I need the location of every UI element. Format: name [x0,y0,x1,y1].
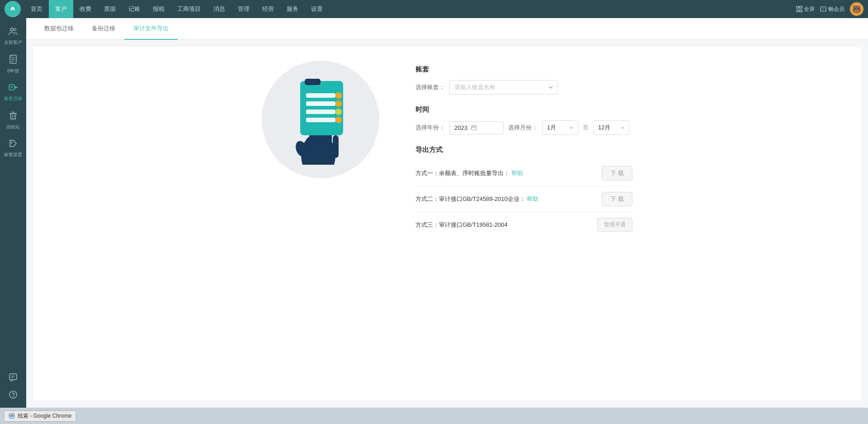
main-layout: 全部客户 0 0申报 [0,18,868,408]
month-label: 选择月份： [508,124,538,132]
svg-rect-35 [306,93,335,98]
method-1-help[interactable]: 帮助 [511,170,523,176]
method-1-download[interactable]: 下 载 [602,166,632,181]
sidebar-item-zero-declaration[interactable]: 0 0申报 [0,50,26,79]
export-method-1: 方式一：余额表、序时账批量导出： 帮助 下 载 [415,161,632,186]
svg-point-48 [11,415,13,417]
export-method-3: 方式三：审计接口GB/T19581-2004 暂缓开通 [415,212,632,237]
fullscreen-btn[interactable]: 全屏 [796,5,815,13]
migration-icon [9,83,18,94]
recycle-icon [9,111,17,122]
user-avatar[interactable]: 🐻 [850,2,863,16]
nav-tax[interactable]: 报税 [146,0,171,18]
year-value: 2023 [454,124,467,131]
time-section: 时间 选择年份： 2023 选择月份： [415,105,632,135]
sidebar-item-account-migration[interactable]: 账套迁移 [0,79,26,106]
svg-rect-29 [309,133,316,158]
svg-point-8 [10,28,13,31]
tabs-bar: 数据包迁移 备份迁移 审计文件导出 [26,18,868,40]
member-btn[interactable]: 畅会员 [820,5,844,13]
tab-data-migration[interactable]: 数据包迁移 [35,18,83,40]
svg-rect-15 [9,85,14,90]
nav-message[interactable]: 消息 [207,0,231,18]
nav-home[interactable]: 首页 [24,0,49,18]
month-end-select[interactable]: 12月 [593,120,629,135]
svg-point-26 [13,396,14,397]
sidebar-chat[interactable] [0,369,26,386]
tab-backup-migration[interactable]: 备份迁移 [83,18,124,40]
nav-menu: 首页 客户 收费 票据 记账 报税 工商项目 消息 管理 经营 服务 设置 [24,0,796,18]
svg-rect-43 [472,126,476,130]
accounts-label: 选择账套： [415,83,445,91]
method-1-text: 方式一：余额表、序时账批量导出： 帮助 [415,169,523,177]
time-row: 选择年份： 2023 选择月份： 1月 [415,120,632,135]
accounts-select[interactable]: 请输入账套名称 [449,80,558,95]
svg-point-39 [335,92,342,99]
sidebar-help[interactable] [0,386,26,403]
nav-manage[interactable]: 管理 [231,0,256,18]
chevron-month-start-icon [570,127,573,129]
svg-point-21 [11,142,12,143]
method-2-text: 方式二：审计接口GB/T24589-2010企业： 帮助 [415,195,538,203]
svg-rect-36 [306,101,335,106]
content-area: 数据包迁移 备份迁移 审计文件导出 [26,18,868,408]
taskbar-chrome[interactable]: 线索 - Google Chrome [4,410,76,422]
sidebar-item-all-customers[interactable]: 全部客户 [0,23,26,50]
svg-point-42 [335,117,342,123]
svg-rect-34 [305,79,321,85]
nav-account[interactable]: 记账 [122,0,146,18]
month-start-value: 1月 [547,124,556,132]
tab-audit-export[interactable]: 审计文件导出 [124,18,178,40]
nav-customer[interactable]: 客户 [49,0,73,18]
svg-rect-1 [797,6,799,8]
nav-fee[interactable]: 收费 [73,0,98,18]
chevron-month-end-icon [621,127,624,129]
method-2-download[interactable]: 下 载 [602,192,632,206]
nav-invoice[interactable]: 票据 [98,0,122,18]
month-separator: 至 [583,124,589,132]
app-logo [5,1,21,17]
nav-biz[interactable]: 工商项目 [171,0,207,18]
accounts-section: 账套 选择账套： 请输入账套名称 [415,65,632,95]
svg-rect-22 [9,374,17,380]
form-area: 账套 选择账套： 请输入账套名称 时间 [415,61,632,248]
calendar-icon [471,125,476,130]
svg-point-40 [335,100,342,107]
time-section-title: 时间 [415,105,632,114]
export-method-2: 方式二：审计接口GB/T24589-2010企业： 帮助 下 载 [415,186,632,212]
method-3-coming-soon: 暂缓开通 [597,218,632,232]
svg-point-9 [14,29,16,31]
svg-rect-5 [821,7,826,11]
nav-operation[interactable]: 经营 [256,0,280,18]
month-end-value: 12月 [598,124,610,132]
svg-rect-2 [800,6,802,8]
nav-settings[interactable]: 设置 [305,0,329,18]
sidebar-item-recycle[interactable]: 回收站 [0,106,26,135]
svg-rect-37 [306,110,335,114]
sidebar-item-label-settings[interactable]: 标签设置 [0,135,26,162]
year-input[interactable]: 2023 [449,121,504,134]
chevron-down-icon [548,86,553,89]
nav-service[interactable]: 服务 [280,0,305,18]
svg-rect-4 [800,10,802,12]
export-section: 导出方式 方式一：余额表、序时账批量导出： 帮助 下 载 方式二：审计接口GB/… [415,146,632,237]
nav-right: 全屏 畅会员 🐻 [796,2,863,16]
svg-rect-38 [306,118,335,122]
accounts-row: 选择账套： 请输入账套名称 [415,80,632,95]
svg-rect-3 [797,10,799,12]
accounts-section-title: 账套 [415,65,632,74]
month-start-select[interactable]: 1月 [542,120,578,135]
sidebar-bottom [0,369,26,408]
svg-rect-31 [326,132,332,158]
svg-point-41 [335,109,342,115]
svg-rect-33 [300,81,343,135]
label-icon [9,139,17,150]
svg-rect-32 [333,135,339,158]
svg-text:0: 0 [11,55,12,58]
year-label: 选择年份： [415,124,445,132]
illustration [262,61,379,178]
method-2-help[interactable]: 帮助 [527,195,538,202]
taskbar: 线索 - Google Chrome [0,408,868,424]
accounts-placeholder: 请输入账套名称 [454,83,495,91]
svg-point-25 [9,391,17,398]
